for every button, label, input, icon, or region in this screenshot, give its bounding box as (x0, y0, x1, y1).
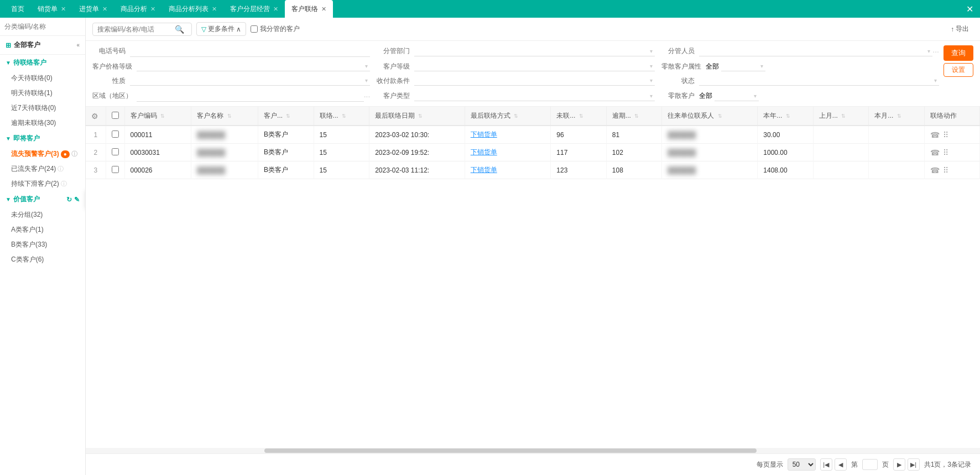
name-sort-icon[interactable]: ⇅ (227, 113, 232, 119)
filter-staff-select[interactable]: ▾ (699, 46, 933, 56)
churn-warning-info-icon[interactable]: ⓘ (71, 150, 77, 158)
contact-sort-icon[interactable]: ⇅ (342, 113, 346, 119)
filter-payment-select[interactable]: ▾ (414, 76, 654, 86)
table-gear-icon[interactable]: ⚙ (91, 112, 98, 121)
sidebar-item-b-class[interactable]: B类客户(33) (0, 237, 85, 252)
filter-retail-customer-select[interactable]: ▾ (715, 91, 759, 101)
col-code[interactable]: 客户编码 ⇅ (124, 107, 191, 126)
sidebar-item-today-pending[interactable]: 今天待联络(0) (0, 71, 85, 86)
value-edit-icon[interactable]: ✎ (74, 196, 80, 203)
row-select-0[interactable] (112, 131, 119, 138)
row-select-2[interactable] (112, 166, 119, 173)
sidebar-item-week-pending[interactable]: 近7天待联络(0) (0, 101, 85, 116)
sidebar-item-declining[interactable]: 持续下滑客户(2) ⓘ (0, 176, 85, 191)
toolbar-search-input[interactable] (97, 25, 175, 33)
sidebar-item-ungrouped[interactable]: 未分组(32) (0, 207, 85, 222)
tab-customer-link[interactable]: 客户联络 ✕ (285, 0, 333, 18)
row-last-way-2[interactable]: 下销货单 (465, 161, 551, 179)
filter-nature-select[interactable]: ▾ (130, 76, 370, 86)
col-no-contact[interactable]: 未联... ⇅ (551, 107, 607, 126)
query-button[interactable]: 查询 (943, 45, 973, 61)
filter-staff-dots[interactable]: ··· (932, 47, 939, 56)
row-checkbox-0[interactable] (106, 126, 124, 144)
sidebar-item-tomorrow-pending[interactable]: 明天待联络(1) (0, 86, 85, 101)
tab-purchase-close[interactable]: ✕ (102, 6, 107, 13)
tab-analysis[interactable]: 商品分析 ✕ (114, 0, 162, 18)
overdue-sort-icon[interactable]: ⇅ (634, 113, 639, 119)
page-input[interactable]: 1 (862, 459, 878, 470)
unit-contact-sort-icon[interactable]: ⇅ (718, 113, 722, 119)
declining-info-icon[interactable]: ⓘ (61, 180, 67, 188)
row-more-action-0[interactable]: ⠿ (943, 131, 948, 139)
sidebar-item-churn-warning[interactable]: 流失预警客户(3) ● ⓘ (0, 147, 85, 161)
row-checkbox-2[interactable] (106, 161, 124, 179)
row-checkbox-1[interactable] (106, 144, 124, 161)
filter-retail-attr-select[interactable]: ▾ (721, 61, 765, 71)
sidebar-group-lost[interactable]: ▼ 即将客户 (0, 131, 85, 147)
col-last-date[interactable]: 最后联络日期 ⇅ (369, 107, 465, 126)
filter-price-level-select[interactable]: ▾ (137, 61, 370, 71)
type-sort-icon[interactable]: ⇅ (286, 113, 290, 119)
row-contact-action-0[interactable]: ☎ (930, 131, 940, 139)
no-contact-sort-icon[interactable]: ⇅ (579, 113, 583, 119)
tab-analysis-list-close[interactable]: ✕ (212, 6, 217, 13)
filter-status-select[interactable]: ▾ (699, 76, 939, 86)
next-page-button[interactable]: ▶ (893, 458, 905, 471)
sidebar-group-value[interactable]: ▼ 价值客户 ↻ ✎ (0, 191, 85, 207)
tab-sales-close[interactable]: ✕ (61, 6, 66, 13)
col-name[interactable]: 客户名称 ⇅ (191, 107, 258, 126)
first-page-button[interactable]: |◀ (820, 458, 832, 471)
tab-analysis-list[interactable]: 商品分析列表 ✕ (162, 0, 223, 18)
churned-info-icon[interactable]: ⓘ (58, 165, 64, 173)
col-contact[interactable]: 联络... ⇅ (314, 107, 369, 126)
sidebar-all-customers[interactable]: ⊞ 全部客户 « (0, 36, 85, 55)
col-unit-contact[interactable]: 往来单位联系人 ⇅ (662, 107, 758, 126)
tab-customer-seg-close[interactable]: ✕ (273, 6, 278, 13)
value-refresh-icon[interactable]: ↻ (66, 196, 72, 203)
row-last-way-1[interactable]: 下销货单 (465, 144, 551, 161)
row-select-1[interactable] (112, 148, 119, 155)
col-last-way[interactable]: 最后联络方式 ⇅ (465, 107, 551, 126)
toolbar-filter-button[interactable]: ▽ 更多条件 ∧ (196, 22, 246, 36)
sidebar-item-c-class[interactable]: C类客户(6) (0, 252, 85, 267)
sidebar-group-pending[interactable]: ▼ 待联络客户 (0, 55, 85, 71)
sidebar-item-churned[interactable]: 已流失客户(24) ⓘ (0, 161, 85, 176)
filter-region-input[interactable] (137, 90, 364, 102)
this-month-sort-icon[interactable]: ⇅ (897, 113, 901, 119)
tab-analysis-close[interactable]: ✕ (150, 6, 155, 13)
my-customers-checkbox-container[interactable]: 我分管的客户 (251, 24, 300, 34)
last-way-sort-icon[interactable]: ⇅ (514, 113, 518, 119)
toolbar-search-button[interactable]: 🔍 (175, 25, 184, 34)
tab-customer-seg[interactable]: 客户分层经营 ✕ (223, 0, 285, 18)
row-contact-action-1[interactable]: ☎ (930, 148, 940, 157)
row-last-way-0[interactable]: 下销货单 (465, 126, 551, 144)
row-more-action-2[interactable]: ⠿ (943, 166, 948, 175)
col-this-month[interactable]: 本月... ⇅ (869, 107, 925, 126)
horizontal-scrollbar[interactable] (86, 448, 980, 453)
row-contact-action-2[interactable]: ☎ (930, 166, 940, 175)
row-more-action-1[interactable]: ⠿ (943, 148, 948, 157)
sidebar-item-overdue-pending[interactable]: 逾期未联络(30) (0, 116, 85, 131)
page-size-select[interactable]: 50 100 200 (788, 458, 816, 471)
code-sort-icon[interactable]: ⇅ (160, 113, 165, 119)
tab-sales[interactable]: 销货单 ✕ (31, 0, 72, 18)
last-page-button[interactable]: ▶| (908, 458, 920, 471)
settings-button[interactable]: 设置 (943, 63, 973, 77)
this-year-sort-icon[interactable]: ⇅ (786, 113, 790, 119)
filter-region-dots[interactable]: ··· (364, 92, 371, 101)
filter-customer-level-select[interactable]: ▾ (414, 61, 654, 71)
sidebar-item-a-class[interactable]: A类客户(1) (0, 222, 85, 237)
export-button[interactable]: ↑ 导出 (946, 23, 973, 35)
col-overdue[interactable]: 逾期... ⇅ (606, 107, 662, 126)
col-type[interactable]: 客户... ⇅ (258, 107, 314, 126)
col-this-year[interactable]: 本年... ⇅ (758, 107, 814, 126)
tab-home[interactable]: 首页 (4, 0, 31, 18)
my-customers-checkbox[interactable] (251, 25, 258, 33)
filter-phone-input[interactable] (130, 45, 370, 57)
sidebar-search-input[interactable] (4, 23, 86, 30)
tab-purchase[interactable]: 进货单 ✕ (72, 0, 114, 18)
scrollbar-thumb[interactable] (264, 448, 756, 453)
prev-page-button[interactable]: ◀ (835, 458, 847, 471)
col-last-month[interactable]: 上月... ⇅ (813, 107, 869, 126)
select-all-checkbox[interactable] (112, 112, 119, 119)
